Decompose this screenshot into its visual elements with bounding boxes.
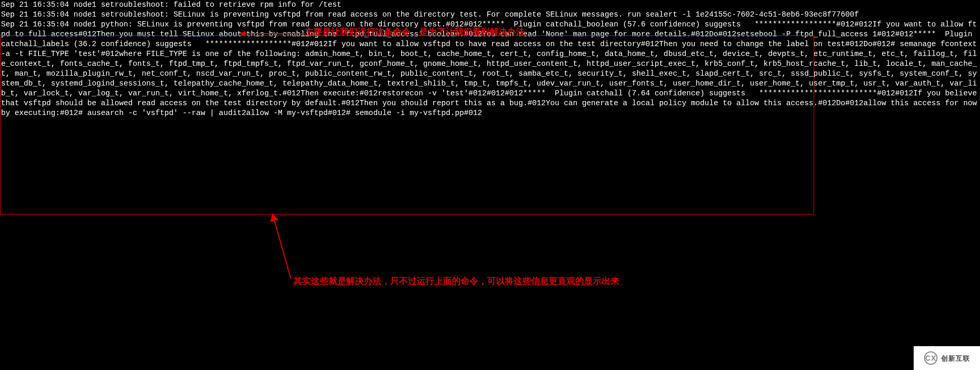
logo-icon: CX xyxy=(924,351,938,365)
watermark-logo: CX 创新互联 xyxy=(914,346,980,370)
log-line-2: Sep 21 16:35:04 node1 setroubleshoot: SE… xyxy=(1,10,859,19)
annotation-bottom: 其实这些就是解决办法，只不过运行上面的命令，可以将这些信息更直观的显示出来 xyxy=(293,276,619,286)
log-line-1: Sep 21 16:35:04 node1 setroubleshoot: fa… xyxy=(1,1,342,9)
svg-text:CX: CX xyxy=(925,354,936,362)
terminal-output: Sep 21 16:35:04 node1 setroubleshoot: fa… xyxy=(0,0,980,370)
logo-text: 创新互联 xyxy=(941,353,970,363)
annotation-top: 主要是让我们运行这条命令，是为了让我们看到解决办法 xyxy=(305,27,525,37)
